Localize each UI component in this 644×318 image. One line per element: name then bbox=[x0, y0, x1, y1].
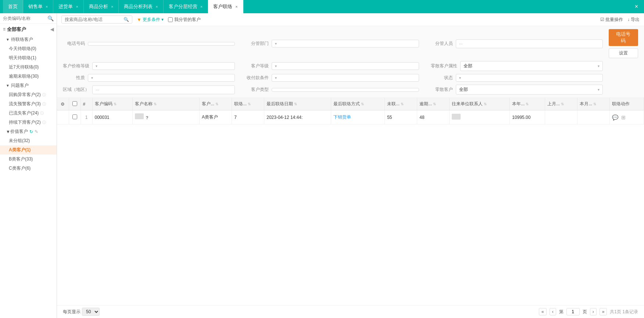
col-contact-count[interactable]: 联络... ⇅ bbox=[232, 98, 264, 110]
filter-input-region[interactable]: ··· bbox=[92, 85, 235, 94]
col-overdue[interactable]: 逾期... ⇅ bbox=[417, 98, 450, 110]
sidebar-item-declining[interactable]: 持续下滑客户(2) ⓘ bbox=[0, 118, 57, 127]
churn-warning-label: 流失预警客户(3) bbox=[9, 101, 41, 107]
col-last-month-label: 上月... bbox=[547, 101, 560, 107]
sidebar-search-icon[interactable]: 🔍 bbox=[47, 15, 54, 21]
sidebar-item-churned[interactable]: 已流失客户(24) ⓘ bbox=[0, 109, 57, 118]
close-all-button[interactable]: × bbox=[632, 3, 641, 10]
content-area: 🔍 ▼ 更多条件 ▾ 我分管的客户 ☑ 批量操作 ↓ 导出 bbox=[57, 13, 644, 318]
sidebar-item-churn-warning[interactable]: 流失预警客户(3) ⓘ bbox=[0, 99, 57, 109]
filter-label-retail: 零散客户 bbox=[431, 86, 453, 93]
sidebar-group-waiting-contact[interactable]: ▼ 待联络客户 bbox=[0, 35, 57, 44]
first-page-button[interactable]: « bbox=[539, 308, 547, 315]
filter-input-retail-attr[interactable]: 全部 ▾ bbox=[460, 61, 603, 71]
sidebar-search-input[interactable] bbox=[3, 16, 47, 21]
col-contact-count-label: 联络... bbox=[234, 101, 247, 107]
tab-customer-contact-close[interactable]: × bbox=[235, 4, 237, 9]
overdue-contact-label: 逾期未联络(30) bbox=[9, 73, 39, 80]
sidebar-item-b-customers[interactable]: B类客户(33) bbox=[0, 155, 57, 164]
tab-goods-analysis-close[interactable]: × bbox=[111, 4, 113, 9]
settings-icon[interactable]: ⚙ bbox=[61, 102, 65, 107]
tab-sales[interactable]: 销售单 × bbox=[23, 0, 53, 13]
filter-input-retail[interactable]: 全部 ▾ bbox=[456, 85, 603, 95]
col-code[interactable]: 客户编码 ⇅ bbox=[92, 98, 132, 110]
tab-sales-close[interactable]: × bbox=[46, 4, 48, 9]
sidebar-item-7days-contact[interactable]: 近7天待联络(0) bbox=[0, 63, 57, 72]
dots-icon: ⠿ bbox=[3, 28, 6, 32]
page-input[interactable] bbox=[566, 308, 580, 315]
more-conditions-button[interactable]: ▼ 更多条件 ▾ bbox=[137, 17, 164, 23]
row-no-contact: 55 bbox=[387, 115, 392, 120]
col-last-method[interactable]: 最后联络方式 ⇅ bbox=[331, 98, 385, 110]
filter-input-phone[interactable] bbox=[88, 42, 235, 46]
sidebar-group-problem-customers[interactable]: ▼ 问题客户 bbox=[0, 81, 57, 90]
col-company-contact[interactable]: 往来单位联系人 ⇅ bbox=[450, 98, 510, 110]
col-this-year[interactable]: 本年... ⇅ bbox=[510, 98, 545, 110]
grid-icon[interactable]: ⊞ bbox=[621, 114, 626, 120]
my-customers-check[interactable]: 我分管的客户 bbox=[168, 17, 201, 23]
comment-icon[interactable]: 💬 bbox=[612, 114, 618, 120]
col-checkbox[interactable] bbox=[69, 98, 80, 110]
filter-cell-retail: 零散客户 全部 ▾ bbox=[431, 85, 603, 95]
query-button[interactable]: 电话号码 bbox=[609, 29, 638, 46]
prev-page-button[interactable]: ‹ bbox=[550, 308, 556, 315]
sidebar-item-ungrouped[interactable]: 未分组(32) bbox=[0, 136, 57, 145]
col-settings[interactable]: ⚙ bbox=[57, 98, 69, 110]
filter-input-cust-type[interactable] bbox=[272, 88, 419, 92]
row-this-year: 10995.00 bbox=[512, 115, 530, 120]
page-size-select[interactable]: 50 bbox=[82, 308, 100, 316]
tab-customer-segment-close[interactable]: × bbox=[200, 4, 203, 9]
col-this-month[interactable]: 本月... ⇅ bbox=[577, 98, 610, 110]
sidebar-item-today-contact[interactable]: 今天待联络(0) bbox=[0, 44, 57, 53]
my-customers-checkbox[interactable] bbox=[168, 17, 173, 22]
sidebar-item-overdue-contact[interactable]: 逾期未联络(30) bbox=[0, 72, 57, 81]
col-last-month[interactable]: 上月... ⇅ bbox=[545, 98, 577, 110]
filter-input-price-level[interactable]: ▾ bbox=[92, 62, 235, 70]
filter-label-region: 区域（地区） bbox=[63, 86, 89, 93]
tab-goods-analysis[interactable]: 商品分析 × bbox=[84, 0, 119, 13]
sidebar-item-tomorrow-contact[interactable]: 明天待联络(1) bbox=[0, 53, 57, 63]
row-code-cell: 000031 bbox=[92, 110, 132, 124]
filter-search-icon[interactable]: 🔍 bbox=[124, 17, 129, 22]
filter-input-dept[interactable]: ▾ bbox=[272, 40, 419, 47]
customer-level-arrow: ▾ bbox=[275, 64, 277, 68]
tab-customer-segment[interactable]: 客户分层经营 × bbox=[164, 0, 208, 13]
filter-search-input[interactable] bbox=[65, 17, 124, 22]
col-customer-type[interactable]: 客户... ⇅ bbox=[200, 98, 232, 110]
filter-input-payment[interactable]: ▾ bbox=[272, 74, 419, 82]
filter-input-customer-level[interactable]: ▾ bbox=[272, 62, 419, 70]
sidebar-item-repurchase-abnormal[interactable]: 回购异常客户(2) ⓘ bbox=[0, 90, 57, 99]
tab-purchase[interactable]: 进货单 × bbox=[53, 0, 83, 13]
batch-op-button[interactable]: ☑ 批量操作 bbox=[600, 17, 623, 23]
tab-home-label: 首页 bbox=[8, 3, 18, 10]
sidebar-item-a-customers[interactable]: A类客户(1) bbox=[0, 145, 57, 155]
tab-goods-analysis-list-close[interactable]: × bbox=[155, 4, 158, 9]
tab-home[interactable]: 首页 bbox=[3, 0, 23, 13]
setting-button[interactable]: 设置 bbox=[609, 48, 638, 58]
last-page-button[interactable]: » bbox=[600, 308, 607, 315]
pagination-right: « ‹ 第 页 › » 共1页 1条记录 bbox=[539, 308, 638, 315]
refresh-icon[interactable]: ↻ bbox=[29, 129, 33, 134]
batch-op-icon: ☑ bbox=[600, 17, 604, 22]
col-last-contact-date[interactable]: 最后联络日期 ⇅ bbox=[264, 98, 331, 110]
tab-goods-analysis-list[interactable]: 商品分析列表 × bbox=[119, 0, 163, 13]
row-last-method-link[interactable]: 下销货单 bbox=[333, 114, 351, 120]
tab-purchase-close[interactable]: × bbox=[76, 4, 78, 9]
select-all-checkbox[interactable] bbox=[72, 101, 77, 106]
sidebar-item-c-customers[interactable]: C类客户(6) bbox=[0, 164, 57, 173]
row-checkbox[interactable] bbox=[72, 114, 77, 119]
next-page-button[interactable]: › bbox=[590, 308, 597, 315]
col-name[interactable]: 客户名称 ⇅ bbox=[132, 98, 199, 110]
export-button[interactable]: ↓ 导出 bbox=[627, 17, 640, 23]
filter-input-nature[interactable]: ▾ bbox=[88, 74, 235, 82]
row-checkbox-cell[interactable] bbox=[69, 110, 80, 124]
filter-input-person[interactable]: ··· bbox=[456, 39, 603, 48]
edit-icon[interactable]: ✎ bbox=[35, 129, 38, 134]
sidebar-all-customers[interactable]: ⠿ 全部客户 ◀ bbox=[0, 24, 57, 35]
filter-label-dept: 分管部门 bbox=[247, 40, 269, 47]
sidebar-group-value-customers[interactable]: ▼ 价值客户 ↻ ✎ bbox=[0, 127, 57, 136]
col-no-contact[interactable]: 未联... ⇅ bbox=[385, 98, 417, 110]
sort-icon-code: ⇅ bbox=[114, 102, 117, 106]
tab-customer-contact[interactable]: 客户联络 × bbox=[208, 0, 243, 13]
filter-input-status[interactable]: ▾ bbox=[456, 74, 603, 82]
